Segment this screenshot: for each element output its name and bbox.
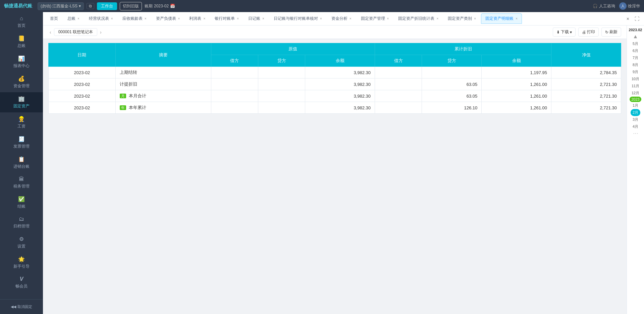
row-orig-credit <box>258 67 305 78</box>
sidebar-item-reports[interactable]: 📊 报表中心 <box>0 52 43 72</box>
tab-close-icon[interactable]: × <box>262 17 264 20</box>
print-button[interactable]: 🖨 打印 <box>578 28 599 37</box>
sidebar-item-guide[interactable]: 🌟 新手引导 <box>0 253 43 273</box>
refresh-label: 刷新 <box>609 29 618 35</box>
cancel-fixed-label: 取消固定 <box>17 304 32 309</box>
sidebar-item-payroll[interactable]: 👷 工资 <box>0 112 43 133</box>
tab-journal-bank[interactable]: 日记账与银行对账单核对 × <box>269 13 326 24</box>
row-orig-debit <box>211 90 258 102</box>
member-icon: V <box>20 276 23 282</box>
tab-close-icon[interactable]: × <box>178 17 180 20</box>
tab-ledger[interactable]: 总账 × <box>63 13 84 24</box>
table-row: 2023-02 年 本年累计 3,982.30 126.10 <box>49 102 621 114</box>
calendar-year-header-top[interactable]: 2023.02 <box>628 27 643 33</box>
sidebar-item-sales[interactable]: 📋 进销台账 <box>0 153 43 173</box>
tab-close-icon[interactable]: × <box>516 17 518 20</box>
service-link[interactable]: 🎧 人工咨询 <box>593 3 615 9</box>
period-label: 账期 <box>145 3 153 9</box>
copy-button[interactable]: ⧉ <box>87 3 94 9</box>
tab-receivable[interactable]: 应收账龄表 × <box>118 13 151 24</box>
tab-close-icon[interactable]: × <box>145 17 147 20</box>
breadcrumb-back-button[interactable]: ‹ <box>48 29 53 36</box>
row-acc-credit <box>422 67 482 78</box>
workspace-button[interactable]: 工作台 <box>97 2 117 10</box>
sidebar-item-home[interactable]: ⌂ 首页 <box>0 12 43 32</box>
sidebar-item-label: 归档管理 <box>13 223 30 229</box>
calendar-month-4[interactable]: 4月 <box>631 123 640 130</box>
calendar-month-11[interactable]: 11月 <box>630 83 641 90</box>
tab-label: 银行对账单 <box>215 16 235 21</box>
tab-close-icon[interactable]: × <box>436 17 438 20</box>
row-summary: 月 本月合计 <box>115 90 211 102</box>
row-orig-balance: 3,982.30 <box>305 67 375 78</box>
tab-close-icon[interactable]: × <box>237 17 239 20</box>
row-acc-debit <box>375 102 422 114</box>
tab-fixed-mgmt[interactable]: 固定资产管理 × <box>357 13 393 24</box>
sidebar-item-invoice[interactable]: 🧾 发票管理 <box>0 133 43 153</box>
company-selector[interactable]: (勿动) 江西服金-LSS ▾ <box>38 2 84 10</box>
sidebar-item-label: 发票管理 <box>13 144 30 149</box>
sidebar-item-tax[interactable]: 🏛 税务管理 <box>0 173 43 193</box>
tab-close-icon[interactable]: × <box>387 17 389 20</box>
tab-fixed-category[interactable]: 固定资产类别 × <box>443 13 480 24</box>
sidebar-item-label: 固定资产 <box>13 103 30 109</box>
tab-close-icon[interactable]: × <box>77 17 79 20</box>
breadcrumb-current[interactable]: 000001 联想笔记本 <box>54 28 97 36</box>
calendar-scroll-up[interactable]: ▲ <box>632 33 639 40</box>
table-row: 2023-02 上期结转 3,982.30 1,197.95 2,784.35 <box>49 67 621 78</box>
tab-close-icon[interactable]: × <box>320 17 322 20</box>
sidebar-item-label: 进销台账 <box>13 164 30 169</box>
tab-close-icon[interactable]: × <box>111 17 113 20</box>
calendar-month-8[interactable]: 8月 <box>631 61 640 68</box>
content-inner: ‹ 000001 联想笔记本 › ⬇ 下载 ▾ 🖨 打印 <box>43 25 644 314</box>
tab-fund-analysis[interactable]: 资金分析 × <box>327 13 356 24</box>
refresh-button[interactable]: ↻ 刷新 <box>601 28 621 37</box>
tab-fixed-depreciation[interactable]: 固定资产折旧统计表 × <box>394 13 443 24</box>
tab-profit[interactable]: 利润表 × <box>185 13 210 24</box>
th-original-value: 原值 <box>211 43 375 55</box>
tab-business[interactable]: 经营状况表 × <box>85 13 117 24</box>
tab-bank-statement[interactable]: 银行对账单 × <box>210 13 243 24</box>
expand-tabs-button[interactable]: ⛶ <box>633 15 641 23</box>
tab-close-icon[interactable]: × <box>350 17 352 20</box>
tab-balance-sheet[interactable]: 资产负债表 × <box>152 13 184 24</box>
calendar-month-10[interactable]: 10月 <box>630 75 641 83</box>
tab-close-icon[interactable]: × <box>203 17 205 20</box>
sidebar-item-ledger[interactable]: 📒 总账 <box>0 32 43 52</box>
calendar-month-7[interactable]: 7月 <box>631 54 640 61</box>
row-orig-balance: 3,982.30 <box>305 90 375 102</box>
tab-fixed-detail[interactable]: 固定资产明细账 × <box>481 13 522 24</box>
archive-icon: 🗂 <box>19 216 24 222</box>
calendar-month-5[interactable]: 5月 <box>631 40 640 47</box>
tab-label: 首页 <box>50 16 58 21</box>
calendar-month-9[interactable]: 9月 <box>631 68 640 75</box>
calendar-month-6[interactable]: 6月 <box>631 47 640 54</box>
calendar-month-12[interactable]: 12月 <box>630 90 641 97</box>
tab-home[interactable]: 首页 <box>46 13 62 24</box>
switch-version-button[interactable]: 切到旧版 <box>120 2 142 10</box>
calendar-month-2-active[interactable]: 2月 <box>631 109 640 116</box>
th-acc-credit: 贷方 <box>422 55 482 67</box>
close-all-tabs-button[interactable]: × <box>625 15 631 23</box>
sidebar-item-label: 报表中心 <box>13 63 30 69</box>
sidebar-item-member[interactable]: V 畅会员 <box>0 273 43 293</box>
tab-close-icon[interactable]: × <box>474 17 476 20</box>
sidebar-item-fixed-assets[interactable]: 🏢 固定资产 <box>0 92 43 112</box>
user-menu[interactable]: 人 徐淫华 <box>619 2 640 10</box>
sidebar-item-archive[interactable]: 🗂 归档管理 <box>0 213 43 232</box>
sidebar-item-label: 总账 <box>17 43 25 49</box>
tab-journal[interactable]: 日记账 × <box>244 13 269 24</box>
ledger-icon: 📒 <box>18 35 25 42</box>
sidebar-item-settlement[interactable]: ✅ 结账 <box>0 193 43 213</box>
cancel-fixed-button[interactable]: ◀◀ 取消固定 <box>1 302 42 311</box>
breadcrumb-forward-button[interactable]: › <box>99 29 103 36</box>
download-button[interactable]: ⬇ 下载 ▾ <box>553 28 576 37</box>
tab-label: 经营状况表 <box>89 16 109 21</box>
calendar-month-3[interactable]: 3月 <box>631 116 640 123</box>
calendar-month-1[interactable]: 1月 <box>631 102 640 109</box>
sidebar-item-settings[interactable]: ⚙ 设置 <box>0 232 43 253</box>
payroll-icon: 👷 <box>18 116 25 122</box>
th-orig-debit: 借方 <box>211 55 258 67</box>
sidebar-item-funds[interactable]: 💰 资金管理 <box>0 72 43 92</box>
th-summary: 摘要 <box>115 43 211 67</box>
